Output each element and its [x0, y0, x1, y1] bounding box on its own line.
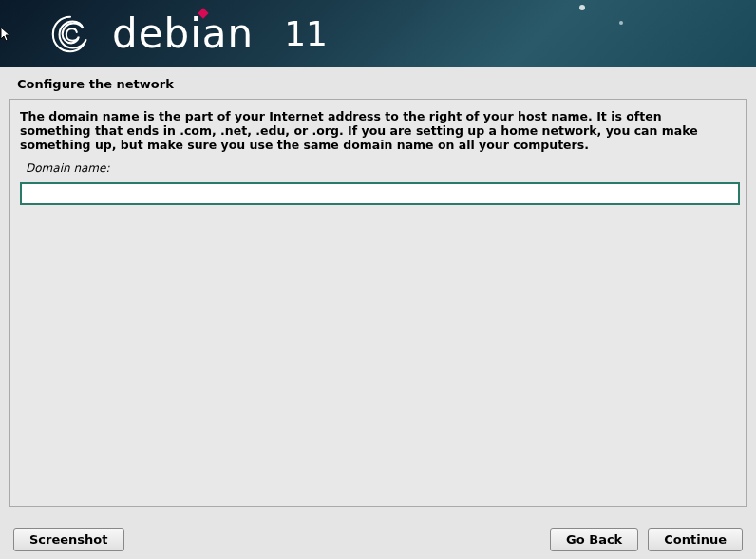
page-title: Configure the network	[0, 67, 756, 99]
button-bar: Screenshot Go Back Continue	[0, 528, 756, 551]
continue-button[interactable]: Continue	[648, 528, 743, 551]
brand-name: debian	[112, 10, 254, 57]
brand-version: 11	[284, 14, 328, 53]
button-group-right: Go Back Continue	[550, 528, 743, 551]
installer-header: debian 11	[0, 0, 756, 67]
debian-swirl-icon	[46, 9, 95, 59]
main-panel: The domain name is the part of your Inte…	[9, 99, 747, 507]
logo-container: debian 11	[46, 9, 328, 59]
domain-name-input[interactable]	[20, 182, 740, 205]
description-text: The domain name is the part of your Inte…	[20, 109, 736, 152]
go-back-button[interactable]: Go Back	[550, 528, 638, 551]
content-area: Configure the network The domain name is…	[0, 67, 756, 507]
domain-name-label: Domain name:	[26, 161, 736, 175]
screenshot-button[interactable]: Screenshot	[13, 528, 124, 551]
